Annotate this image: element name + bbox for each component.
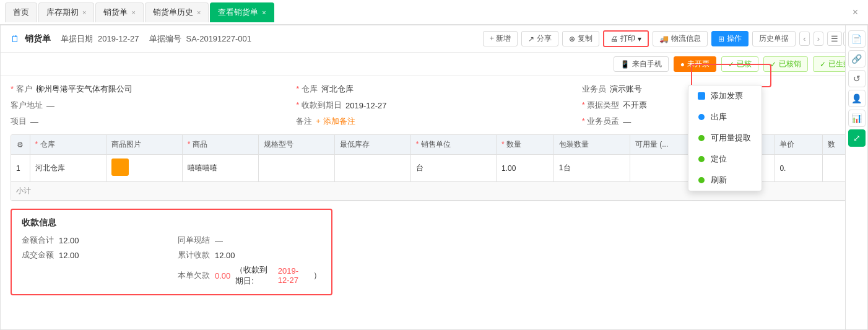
doc-number-label: 单据编号 SA-20191227-001: [149, 33, 252, 45]
project-label: 项目: [11, 116, 27, 127]
available-label: 可用量提取: [711, 132, 751, 144]
available-icon: [697, 134, 706, 142]
th-gear: ⚙: [11, 135, 30, 155]
payment-grid: 金额合计 12.00 同单现结 — 成交金额 12.00 累计收款 12.00 …: [22, 235, 321, 287]
cumulative-label: 累计收款: [178, 250, 210, 261]
payment-title: 收款信息: [22, 217, 321, 228]
due-date-value: 2019-12-27: [278, 266, 308, 285]
dropdown-add-invoice[interactable]: 添加发票: [688, 85, 762, 106]
tab-home-label: 首页: [13, 7, 29, 18]
tab-home[interactable]: 首页: [5, 2, 37, 22]
cumulative-value: 12.00: [215, 251, 235, 260]
phone-icon: 📱: [620, 60, 630, 69]
sales-staff-value: —: [623, 117, 631, 126]
locate-circle: [698, 156, 705, 162]
payment-date-row: 收款到期日 2019-12-27: [296, 100, 571, 111]
tab-view-sales[interactable]: 查看销货单 ×: [210, 2, 274, 22]
total-value: 12.00: [59, 236, 79, 245]
tab-view-close[interactable]: ×: [262, 9, 266, 16]
customer-row: 客户 柳州粤港平安气体有限公司: [11, 84, 286, 95]
not-open-icon: ●: [680, 60, 685, 69]
tab-history-label: 销货单历史: [153, 7, 193, 18]
invoice-icon: [697, 92, 706, 100]
sidebar-chart-icon[interactable]: 📊: [848, 110, 866, 127]
tab-sales-close[interactable]: ×: [131, 9, 135, 16]
operations-button[interactable]: ⊞ 操作: [711, 31, 749, 46]
sidebar-user-icon[interactable]: 👤: [848, 90, 866, 107]
new-button[interactable]: + 新增: [483, 31, 518, 46]
sidebar-link-icon[interactable]: 🔗: [848, 50, 866, 67]
copy-icon: ⊕: [569, 35, 575, 43]
copy-button[interactable]: ⊕ 复制: [562, 31, 599, 46]
dropdown-outbound[interactable]: 出库: [688, 106, 762, 128]
dropdown-available[interactable]: 可用量提取: [688, 128, 762, 149]
add-note-button[interactable]: + 添加备注: [316, 116, 355, 127]
total-item: 金额合计 12.00: [22, 235, 165, 246]
dropdown-locate[interactable]: 定位: [688, 149, 762, 170]
share-button[interactable]: ↗ 分享: [521, 31, 558, 46]
outbound-icon: [697, 113, 706, 121]
from-phone-button[interactable]: 📱 来自手机: [614, 56, 669, 72]
locate-label: 定位: [711, 154, 727, 165]
view-list-button[interactable]: ☰: [827, 32, 842, 46]
tab-inventory-close[interactable]: ×: [82, 9, 86, 16]
doc-icon: 🗒: [11, 33, 20, 44]
tab-sales-history[interactable]: 销货单历史 ×: [145, 2, 209, 22]
doc-date-label: 单据日期 2019-12-27: [61, 33, 139, 45]
cancelled-button[interactable]: ✓ 已核销: [763, 56, 808, 72]
th-unit: 销售单位: [410, 135, 496, 155]
tab-inventory-label: 库存期初: [46, 7, 79, 18]
doc-header: 🗒 销货单 单据日期 2019-12-27 单据编号 SA-20191227-0…: [1, 25, 867, 53]
product-image: [111, 158, 129, 176]
row-price: 0.: [775, 155, 823, 182]
sub-toolbar: 📱 来自手机 ● 未开票 ✓ 已核 ✓ 已核销 ✓ 已生效: [1, 53, 867, 76]
nav-prev-button[interactable]: ‹: [799, 32, 809, 46]
warehouse-label: 仓库: [296, 84, 318, 95]
logistics-button[interactable]: 🚚 物流信息: [653, 31, 708, 46]
note-row: 备注 + 添加备注: [296, 116, 571, 127]
arrears-item: 本单欠款 0.00 （收款到期日: 2019-12-27 ）: [178, 264, 321, 287]
row-unit: 台: [410, 155, 496, 182]
deal-value: 12.00: [59, 251, 79, 260]
th-warehouse: 仓库: [30, 135, 106, 155]
refresh-label: 刷新: [711, 175, 727, 186]
effective-icon: ✓: [820, 60, 826, 69]
tab-history-close[interactable]: ×: [197, 9, 201, 16]
history-button[interactable]: 历史单据: [752, 31, 796, 46]
dropdown-refresh[interactable]: 刷新: [688, 170, 762, 191]
sidebar-refresh-icon[interactable]: ↺: [848, 70, 866, 87]
print-dropdown-icon: ▾: [638, 35, 641, 43]
available-circle: [698, 135, 705, 141]
staff-label: 业务员: [582, 84, 606, 95]
doc-title: 销货单: [25, 33, 51, 45]
window-close-button[interactable]: ×: [848, 7, 863, 18]
outbound-circle: [698, 114, 705, 120]
add-invoice-label: 添加发票: [711, 90, 743, 102]
main-area: 🗒 销货单 单据日期 2019-12-27 单据编号 SA-20191227-0…: [0, 25, 868, 330]
row-warehouse: 河北仓库: [30, 155, 106, 182]
sidebar-expand-icon[interactable]: ⤢: [848, 129, 866, 147]
row-pack-qty: 1台: [553, 155, 630, 182]
deal-label: 成交金额: [22, 250, 54, 261]
row-min-stock: [334, 155, 410, 182]
nav-next-button[interactable]: ›: [814, 32, 823, 46]
locate-icon: [697, 155, 706, 163]
total-label: 金额合计: [22, 235, 54, 246]
tab-inventory-init[interactable]: 库存期初 ×: [38, 2, 94, 22]
sidebar-doc-icon[interactable]: 📄: [848, 30, 866, 48]
not-open-button[interactable]: ● 未开票: [674, 56, 716, 72]
project-value: —: [30, 117, 38, 126]
same-order-value: —: [215, 236, 223, 245]
row-spec: [258, 155, 334, 182]
verified-button[interactable]: ✓ 已核: [721, 56, 758, 72]
tab-view-label: 查看销货单: [218, 7, 258, 18]
address-value: —: [46, 101, 54, 110]
customer-label: 客户: [11, 84, 32, 95]
invoice-square: [698, 92, 705, 100]
tab-sales-order[interactable]: 销货单 ×: [95, 2, 143, 22]
ticket-value: 不开票: [623, 100, 647, 111]
dropdown-menu: 添加发票 出库 可用量提取 定位 刷新: [688, 85, 762, 191]
print-button[interactable]: 🖨 打印 ▾: [603, 30, 649, 47]
payment-date-label: 收款到期日: [296, 100, 342, 111]
operations-icon: ⊞: [718, 35, 724, 43]
